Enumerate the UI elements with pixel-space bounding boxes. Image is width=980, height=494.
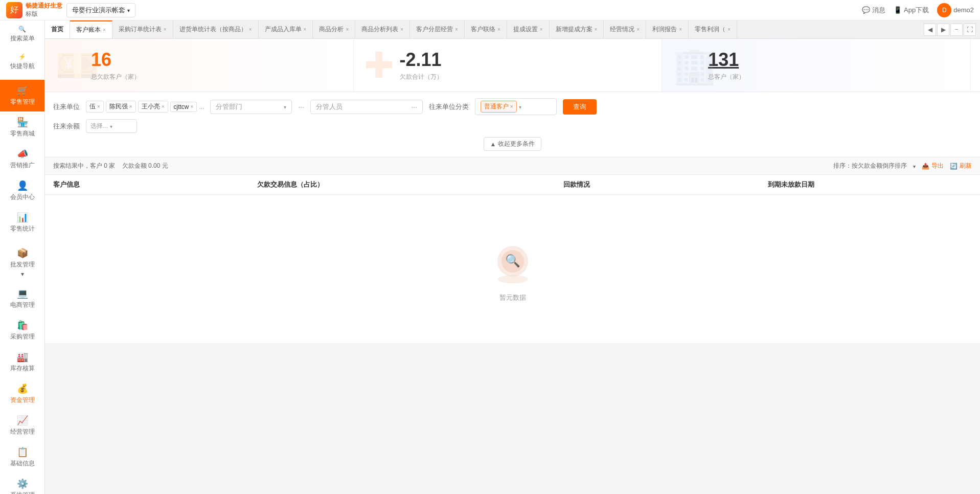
tag-label: 普通客户 bbox=[484, 102, 509, 111]
sidebar-item-retail-mall[interactable]: 🏪 零售商城 bbox=[0, 111, 44, 143]
tab-new-commission-plan-close[interactable] bbox=[595, 27, 598, 32]
balance-filter-select[interactable]: 选择... bbox=[86, 119, 137, 133]
ecommerce-icon: 💻 bbox=[17, 288, 28, 299]
sidebar-item-system[interactable]: ⚙️ 系统管理 bbox=[0, 473, 44, 494]
filter-bar: 往来单位 伍 陈民强 王小亮 bbox=[45, 92, 980, 158]
tag-close-icon[interactable] bbox=[129, 104, 132, 109]
tab-profit-report[interactable]: 利润报告 bbox=[646, 20, 689, 39]
person-filter-more[interactable]: ··· bbox=[411, 103, 417, 111]
tab-commission-settings-close[interactable] bbox=[540, 27, 543, 32]
tab-customer-segmentation-close[interactable] bbox=[455, 27, 458, 32]
message-button[interactable]: 💬 消息 bbox=[862, 6, 885, 15]
tag-close-icon[interactable] bbox=[97, 104, 100, 109]
tag-label: 王小亮 bbox=[142, 102, 160, 111]
tab-product-analysis-list[interactable]: 商品分析列表 bbox=[355, 20, 410, 39]
sidebar-item-retail-mgmt[interactable]: 🛒 零售管理 bbox=[0, 80, 44, 111]
tab-customer-segmentation[interactable]: 客户分层经营 bbox=[410, 20, 465, 39]
tab-new-commission-plan-label: 新增提成方案 bbox=[556, 25, 592, 34]
tag-close-icon[interactable] bbox=[510, 104, 513, 109]
tab-home[interactable]: 首页 bbox=[45, 20, 70, 39]
sidebar-item-label: 批发管理 bbox=[10, 260, 35, 269]
expand-icon: ▾ bbox=[21, 271, 24, 278]
sidebar-item-member[interactable]: 👤 会员中心 bbox=[0, 175, 44, 207]
export-button[interactable]: 📤 导出 bbox=[922, 162, 944, 170]
more-tags-indicator[interactable]: ... bbox=[199, 103, 204, 110]
customer-unit: 家 bbox=[109, 162, 115, 169]
tab-production-stock-close[interactable] bbox=[304, 27, 307, 32]
sidebar-search[interactable]: 🔍 搜索菜单 bbox=[0, 20, 44, 48]
company-tag-wang[interactable]: 王小亮 bbox=[138, 101, 168, 113]
refresh-button[interactable]: 🔄 刷新 bbox=[950, 162, 972, 170]
tab-new-commission-plan[interactable]: 新增提成方案 bbox=[550, 20, 604, 39]
dept-filter-dropdown[interactable]: 分管部门 bbox=[210, 100, 292, 114]
empty-icon: 🔍 bbox=[487, 236, 538, 287]
tab-customer-contact-label: 客户联络 bbox=[471, 25, 495, 34]
query-button[interactable]: 查询 bbox=[563, 99, 597, 115]
tab-stock-stats-close[interactable] bbox=[249, 27, 252, 32]
dept-filter-more[interactable]: ··· bbox=[298, 103, 304, 111]
user-profile[interactable]: D demo2 bbox=[937, 3, 974, 17]
company-tag-cjttcw[interactable]: cjttcw bbox=[170, 102, 197, 112]
tab-retail-profit-close[interactable] bbox=[727, 27, 731, 32]
company-tag-chen[interactable]: 陈民强 bbox=[106, 101, 136, 113]
tab-stock-stats[interactable]: 进货单统计表（按商品） bbox=[173, 20, 259, 39]
sidebar-item-inventory[interactable]: 🏭 库存核算 bbox=[0, 346, 44, 378]
tab-commission-settings[interactable]: 提成设置 bbox=[507, 20, 550, 39]
tab-customer-contact[interactable]: 客户联络 bbox=[465, 20, 507, 39]
message-label: 消息 bbox=[872, 6, 885, 15]
download-icon: 📱 bbox=[894, 6, 902, 14]
sidebar-quick-nav-label: 快捷导航 bbox=[10, 62, 35, 71]
tab-minimize-button[interactable]: － bbox=[950, 24, 963, 36]
category-tag-normal[interactable]: 普通客户 bbox=[481, 101, 517, 113]
sidebar-item-finance[interactable]: 💰 资金管理 bbox=[0, 378, 44, 410]
sidebar-item-ecommerce[interactable]: 💻 电商管理 bbox=[0, 283, 44, 315]
tab-prev-button[interactable]: ◀ bbox=[924, 24, 936, 36]
tag-close-icon[interactable] bbox=[191, 104, 194, 109]
tab-accounts-receivable-close[interactable] bbox=[103, 27, 106, 33]
tab-product-analysis[interactable]: 商品分析 bbox=[313, 20, 355, 39]
tab-next-button[interactable]: ▶ bbox=[937, 24, 949, 36]
operations-icon: 📈 bbox=[17, 415, 28, 426]
tab-accounts-receivable[interactable]: 客户账本 bbox=[70, 20, 112, 39]
category-filter-dropdown[interactable]: 普通客户 bbox=[475, 98, 557, 115]
tab-product-analysis-list-close[interactable] bbox=[400, 27, 403, 32]
tab-stock-stats-label: 进货单统计表（按商品） bbox=[179, 25, 247, 34]
tag-close-icon[interactable] bbox=[162, 104, 165, 109]
page-content: ▶ 视频 ❓ 帮助 💴 16 总欠款客户（家） bbox=[45, 39, 980, 494]
collapse-button[interactable]: ▲ 收起更多条件 bbox=[484, 137, 542, 151]
org-selector-label: 母婴行业演示帐套 bbox=[72, 6, 125, 15]
sidebar-item-operations[interactable]: 📈 经营管理 bbox=[0, 410, 44, 441]
app-download-button[interactable]: 📱 App下载 bbox=[894, 6, 929, 15]
tab-operations-status[interactable]: 经营情况 bbox=[604, 20, 646, 39]
sidebar-item-label: 库存核算 bbox=[10, 364, 35, 373]
result-bar: 搜索结果中，客户 0 家 欠款金额 0.00 元 排序：按欠款金额倒序排序 📤 bbox=[45, 158, 980, 175]
tab-retail-profit[interactable]: 零售利润（ bbox=[689, 20, 737, 39]
tab-customer-contact-close[interactable] bbox=[497, 27, 500, 32]
refresh-label: 刷新 bbox=[960, 162, 972, 170]
company-tag-wu[interactable]: 伍 bbox=[86, 101, 104, 113]
total-debt-label: 欠款合计（万） bbox=[400, 73, 443, 81]
tab-maximize-button[interactable]: ⛶ bbox=[964, 24, 976, 36]
result-summary: 搜索结果中，客户 0 家 欠款金额 0.00 元 bbox=[53, 162, 168, 170]
tab-purchase-order-stats-close[interactable] bbox=[164, 27, 167, 32]
tab-product-analysis-close[interactable] bbox=[346, 27, 349, 32]
tab-purchase-order-stats[interactable]: 采购订单统计表 bbox=[112, 20, 173, 39]
sidebar-item-purchase[interactable]: 🛍️ 采购管理 bbox=[0, 315, 44, 346]
org-selector[interactable]: 母婴行业演示帐套 bbox=[66, 3, 135, 17]
tab-operations-status-close[interactable] bbox=[636, 27, 640, 32]
tab-production-stock[interactable]: 产成品入库单 bbox=[259, 20, 313, 39]
sidebar-item-basic-info[interactable]: 📋 基础信息 bbox=[0, 441, 44, 473]
chevron-down-icon bbox=[519, 103, 521, 110]
tab-profit-report-close[interactable] bbox=[679, 27, 682, 32]
sidebar-item-marketing[interactable]: 📣 营销推广 bbox=[0, 143, 44, 175]
person-filter-dropdown[interactable]: 分管人员 ··· bbox=[310, 100, 423, 114]
stats-banner: ▶ 视频 ❓ 帮助 💴 16 总欠款客户（家） bbox=[45, 39, 980, 92]
person-filter-placeholder: 分管人员 bbox=[316, 102, 343, 111]
sidebar-item-retail-stats[interactable]: 📊 零售统计 bbox=[0, 207, 44, 238]
sidebar-item-wholesale[interactable]: 📦 批发管理 ▾ bbox=[0, 242, 44, 283]
tab-product-analysis-list-label: 商品分析列表 bbox=[361, 25, 398, 34]
balance-filter-label: 往来余额 bbox=[53, 122, 80, 131]
sidebar-item-label: 零售商城 bbox=[10, 129, 35, 138]
table-col-debt-info: 欠款交易信息（占比） bbox=[257, 180, 563, 189]
sidebar-quick-nav[interactable]: ⚡ 快捷导航 bbox=[0, 48, 44, 76]
